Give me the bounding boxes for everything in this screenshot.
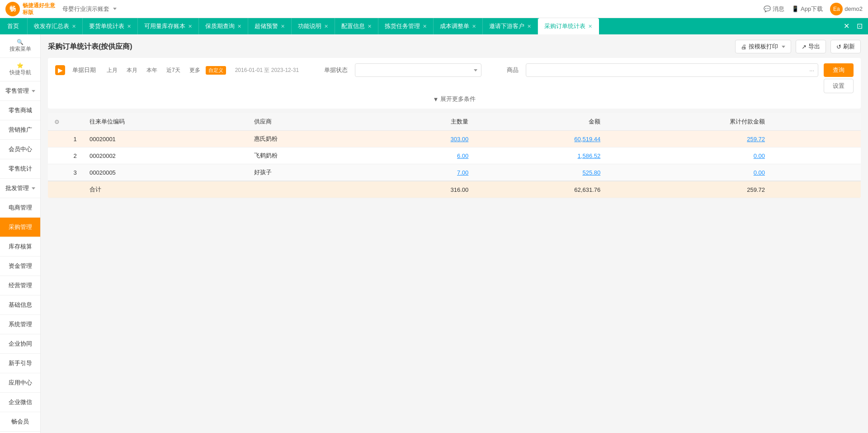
tab-peizhi[interactable]: 配置信息 ✕ (335, 18, 378, 34)
table-row: 3 00020005 好孩子 7.00 525.80 0.00 (48, 164, 861, 181)
tab-close-icon[interactable]: ✕ (281, 24, 285, 29)
sidebar-item-wholesale[interactable]: 批发管理 (0, 179, 40, 198)
tab-close-icon[interactable]: ✕ (127, 24, 131, 29)
page-title: 采购订单统计表(按供应商) (48, 42, 132, 52)
col-header-amount: 金额 (474, 113, 606, 131)
tab-yaoqing[interactable]: 邀请下游客户 ✕ (483, 18, 538, 34)
tab-close-icon[interactable]: ✕ (72, 24, 76, 29)
tab-close-icon[interactable]: ✕ (588, 24, 592, 29)
sidebar-item-retail-stats[interactable]: 零售统计 (0, 159, 40, 179)
chevron-down-icon (32, 187, 35, 190)
row-paid: 0.00 (606, 148, 770, 164)
row-qty: 6.00 (371, 148, 474, 164)
sidebar-item-enterprise[interactable]: 企业协同 (0, 334, 40, 354)
refresh-icon: ↺ (836, 43, 841, 50)
shortcut-this-year[interactable]: 本年 (143, 66, 161, 75)
sidebar-quick-nav[interactable]: ⭐ 快捷导航 (0, 58, 40, 81)
tab-home[interactable]: 首页 (4, 18, 28, 34)
tab-keyongliang[interactable]: 可用量库存账本 ✕ (138, 18, 199, 34)
settings-button[interactable]: 设置 (824, 79, 854, 93)
filter-toggle-button[interactable]: ▶ (55, 65, 65, 75)
tab-close-icon[interactable]: ✕ (188, 24, 192, 29)
table-body: 1 00020001 惠氏奶粉 303.00 60,519.44 259.72 … (48, 131, 861, 181)
sidebar-item-ecommerce[interactable]: 电商管理 (0, 198, 40, 218)
print-button[interactable]: 🖨 按模板打印 (735, 40, 791, 53)
sidebar-item-app-center[interactable]: 应用中心 (0, 373, 40, 393)
sidebar-item-capital[interactable]: 资金管理 (0, 257, 40, 276)
sidebar-item-purchase[interactable]: 采购管理 (0, 218, 40, 237)
tab-shoufa[interactable]: 收发存汇总表 ✕ (28, 18, 83, 34)
print-dropdown-icon (782, 46, 785, 48)
row-qty: 7.00 (371, 164, 474, 181)
shortcut-custom[interactable]: 自定义 (206, 66, 226, 75)
shortcut-7days[interactable]: 近7天 (163, 66, 184, 75)
row-code: 00020005 (84, 164, 249, 181)
expand-icon: ▼ (433, 96, 439, 103)
table-footer-row: 合计 316.00 62,631.76 259.72 (48, 181, 861, 198)
sidebar-item-retail-management[interactable]: 零售管理 (0, 81, 40, 101)
message-action[interactable]: 💬 消息 (764, 5, 784, 13)
goods-input[interactable]: ··· (526, 63, 818, 77)
app-download-action[interactable]: 📱 App下载 (792, 5, 823, 13)
message-icon: 💬 (764, 5, 771, 12)
tab-gongneng[interactable]: 功能说明 ✕ (292, 18, 335, 34)
expand-more-button[interactable]: ▼ 展开更多条件 (55, 95, 854, 103)
row-index: 2 (66, 148, 84, 164)
restore-tab-button[interactable]: ⊡ (855, 21, 864, 32)
table-header-row: ⚙ 往来单位编码 供应商 主数量 金额 累计付款金额 (48, 113, 861, 131)
sidebar-item-basic-info[interactable]: 基础信息 (0, 295, 40, 315)
sidebar-item-wechat[interactable]: 企业微信 (0, 393, 40, 412)
status-dropdown-icon (474, 69, 477, 71)
sidebar-item-operation[interactable]: 经营管理 (0, 276, 40, 295)
row-index: 3 (66, 164, 84, 181)
tab-jianhuo[interactable]: 拣货任务管理 ✕ (378, 18, 434, 34)
shortcut-this-month[interactable]: 本月 (123, 66, 141, 75)
tab-close-icon[interactable]: ✕ (527, 24, 531, 29)
row-supplier: 好孩子 (249, 164, 371, 181)
top-bar-right: 💬 消息 📱 App下载 Ea demo2 (764, 3, 863, 15)
page-actions: 🖨 按模板打印 ↗ 导出 ↺ 刷新 (735, 40, 861, 53)
refresh-button[interactable]: ↺ 刷新 (830, 40, 861, 53)
tab-chaochuyujing[interactable]: 超储预警 ✕ (248, 18, 292, 34)
top-bar-left: 畅 畅捷通好生意 标版 母婴行业演示账套 (5, 2, 120, 16)
sidebar-item-member[interactable]: 畅会员 (0, 412, 40, 432)
main-layout: 🔍 搜索菜单 ⭐ 快捷导航 零售管理 零售商城 营销推广 会员中心 零售统计 批… (0, 34, 868, 433)
sidebar-item-newbie[interactable]: 新手引导 (0, 354, 40, 373)
col-header-qty: 主数量 (371, 113, 474, 131)
tab-close-icon[interactable]: ✕ (324, 24, 328, 29)
column-settings-icon[interactable]: ⚙ (54, 119, 60, 125)
query-button[interactable]: 查询 (824, 63, 854, 77)
shortcut-more[interactable]: 更多 (186, 66, 204, 75)
tab-close-icon[interactable]: ✕ (368, 24, 372, 29)
logo-icon: 畅 (5, 2, 20, 16)
tab-close-icon[interactable]: ✕ (423, 24, 427, 29)
row-amount: 525.80 (474, 164, 606, 181)
workspace-dropdown-icon (113, 8, 117, 10)
close-tab-button[interactable]: ✕ (842, 21, 851, 32)
sidebar-item-inventory[interactable]: 库存核算 (0, 237, 40, 257)
tab-close-icon[interactable]: ✕ (237, 24, 241, 29)
row-code: 00020001 (84, 131, 249, 148)
chevron-down-icon (32, 90, 35, 92)
logo-area: 畅 畅捷通好生意 标版 (5, 2, 55, 16)
sidebar-item-marketing[interactable]: 营销推广 (0, 120, 40, 140)
goods-more-icon: ··· (809, 67, 814, 74)
user-action[interactable]: Ea demo2 (830, 3, 863, 15)
export-button[interactable]: ↗ 导出 (796, 40, 826, 53)
sidebar-item-system[interactable]: 系统管理 (0, 315, 40, 334)
tab-caigou[interactable]: 采购订单统计表 ✕ (538, 18, 599, 34)
tab-yaohuo[interactable]: 要货单统计表 ✕ (83, 18, 138, 34)
footer-label: 合计 (84, 181, 249, 198)
sidebar: 🔍 搜索菜单 ⭐ 快捷导航 零售管理 零售商城 营销推广 会员中心 零售统计 批… (0, 34, 41, 433)
avatar: Ea (830, 3, 843, 15)
tab-chengben[interactable]: 成本调整单 ✕ (434, 18, 483, 34)
tab-baozhiqi[interactable]: 保质期查询 ✕ (199, 18, 248, 34)
shortcut-last-month[interactable]: 上月 (103, 66, 121, 75)
sidebar-item-member-center[interactable]: 会员中心 (0, 140, 40, 159)
sidebar-search[interactable]: 🔍 搜索菜单 (0, 34, 40, 58)
tab-close-icon[interactable]: ✕ (472, 24, 476, 29)
date-range-display: 2016-01-01 至 2023-12-31 (235, 67, 299, 74)
sidebar-item-retail-shop[interactable]: 零售商城 (0, 101, 40, 120)
workspace-selector[interactable]: 母婴行业演示账套 (59, 3, 120, 15)
status-select[interactable] (355, 63, 481, 77)
